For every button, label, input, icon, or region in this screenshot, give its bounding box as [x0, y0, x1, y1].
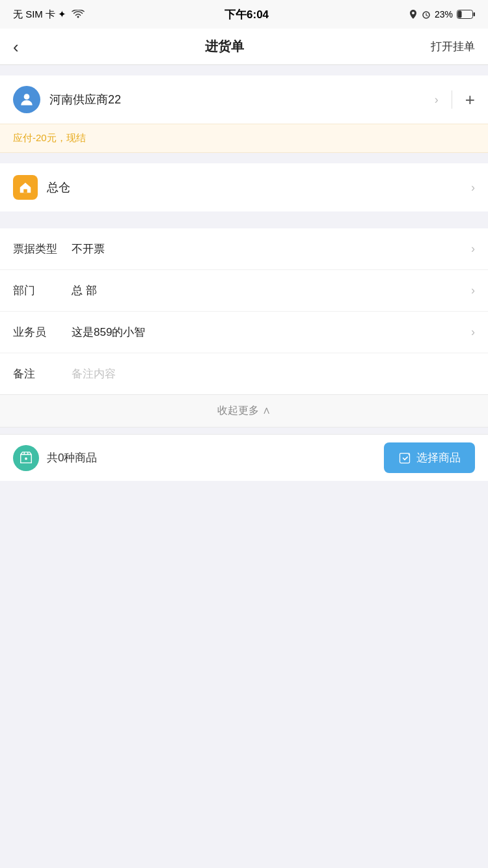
notice-bar: 应付-20元，现结: [0, 124, 488, 153]
status-time: 下午6:04: [224, 7, 269, 22]
warehouse-chevron-icon: ›: [471, 181, 475, 195]
page-title: 进货单: [205, 38, 244, 55]
back-button[interactable]: ‹: [13, 38, 19, 55]
svg-rect-2: [473, 12, 475, 16]
department-label: 部门: [13, 283, 72, 298]
person-icon: [18, 91, 35, 108]
remark-label: 备注: [13, 366, 72, 381]
bottom-bar: 共0种商品 选择商品: [0, 434, 488, 481]
section-gap-1: [0, 65, 488, 75]
location-icon: [409, 10, 418, 19]
nav-bar: ‹ 进货单 打开挂单: [0, 29, 488, 65]
supplier-row[interactable]: 河南供应商22 › +: [0, 75, 488, 124]
department-row[interactable]: 部门 总 部 ›: [0, 270, 488, 312]
warehouse-icon-bg: [13, 175, 38, 200]
svg-rect-3: [457, 11, 461, 18]
salesperson-row[interactable]: 业务员 这是859的小智 ›: [0, 312, 488, 353]
remark-row[interactable]: 备注 备注内容: [0, 353, 488, 394]
section-gap-2: [0, 153, 488, 163]
page-background: [0, 481, 488, 676]
select-product-button[interactable]: 选择商品: [384, 442, 475, 473]
supplier-avatar: [13, 86, 40, 113]
svg-point-4: [24, 94, 30, 100]
salesperson-chevron-icon: ›: [471, 325, 475, 339]
alarm-icon: [422, 10, 431, 19]
supplier-name: 河南供应商22: [49, 92, 435, 107]
select-product-label: 选择商品: [416, 450, 461, 465]
supplier-chevron-icon: ›: [435, 93, 439, 107]
department-chevron-icon: ›: [471, 284, 475, 297]
invoice-type-value: 不开票: [72, 241, 471, 256]
open-pending-button[interactable]: 打开挂单: [431, 39, 475, 54]
status-right: 23%: [409, 9, 475, 20]
signal-text: 无 SIM 卡 ✦: [13, 8, 66, 21]
status-left: 无 SIM 卡 ✦: [13, 8, 85, 21]
add-supplier-button[interactable]: +: [465, 91, 475, 108]
salesperson-label: 业务员: [13, 325, 72, 340]
invoice-type-row[interactable]: 票据类型 不开票 ›: [0, 228, 488, 270]
warehouse-name: 总仓: [47, 180, 471, 195]
battery-icon: [457, 10, 475, 19]
product-count-icon-bg: [13, 445, 39, 471]
invoice-type-label: 票据类型: [13, 241, 72, 256]
department-value: 总 部: [72, 283, 471, 298]
svg-point-6: [25, 457, 27, 460]
warehouse-row[interactable]: 总仓 ›: [0, 163, 488, 211]
invoice-type-chevron-icon: ›: [471, 242, 475, 256]
section-gap-3: [0, 211, 488, 222]
product-count-text: 共0种商品: [47, 450, 384, 465]
divider: [452, 90, 452, 109]
salesperson-value: 这是859的小智: [72, 325, 471, 340]
svg-rect-7: [400, 453, 410, 463]
select-product-icon: [398, 452, 411, 465]
form-section: 票据类型 不开票 › 部门 总 部 › 业务员 这是859的小智 › 备注 备注…: [0, 228, 488, 394]
remark-input[interactable]: 备注内容: [72, 366, 475, 381]
supplier-section: 河南供应商22 › + 应付-20元，现结: [0, 75, 488, 153]
svg-rect-5: [23, 189, 27, 193]
collapse-row[interactable]: 收起更多 ∧: [0, 394, 488, 427]
wifi-icon: [72, 10, 85, 19]
battery-text: 23%: [435, 9, 453, 20]
status-bar: 无 SIM 卡 ✦ 下午6:04 23%: [0, 0, 488, 29]
house-icon: [18, 180, 33, 195]
shopping-bag-icon: [19, 451, 33, 465]
